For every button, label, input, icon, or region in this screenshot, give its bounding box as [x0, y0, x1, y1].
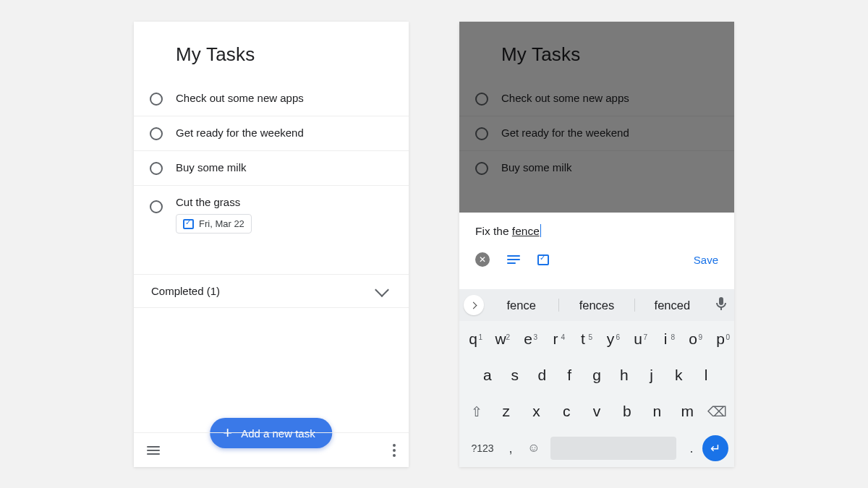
shift-key-icon[interactable]: ⇧ — [462, 403, 491, 420]
backspace-key-icon[interactable]: ⌫ — [702, 403, 731, 420]
key[interactable]: a — [474, 367, 501, 384]
input-text: Fix the — [475, 225, 512, 237]
tasks-screen-add: My Tasks Check out some new apps Get rea… — [459, 22, 734, 467]
key[interactable]: r4 — [542, 330, 569, 348]
task-radio-icon[interactable] — [150, 162, 163, 175]
completed-section-toggle[interactable]: Completed (1) — [134, 274, 409, 308]
key[interactable]: q1 — [459, 330, 487, 348]
task-label: Buy some milk — [176, 161, 247, 174]
calendar-icon[interactable] — [537, 254, 549, 265]
comma-key[interactable]: , — [500, 441, 522, 456]
task-row[interactable]: Buy some milk — [134, 150, 409, 185]
clear-icon[interactable]: ✕ — [475, 252, 490, 267]
calendar-icon — [183, 219, 194, 229]
key[interactable]: u7 — [624, 330, 652, 348]
chevron-down-icon — [375, 283, 389, 297]
microphone-icon[interactable] — [712, 297, 730, 314]
key[interactable]: v — [582, 403, 612, 420]
input-text-underlined: fence — [512, 225, 540, 237]
tasks-screen-list: My Tasks Check out some new apps Get rea… — [134, 22, 409, 467]
task-radio-icon[interactable] — [150, 200, 163, 213]
keyboard-row: a s d f g h j k l — [459, 357, 734, 393]
add-task-sheet: Fix the fence ✕ Save fence fences fenced… — [459, 213, 734, 467]
key[interactable]: i8 — [652, 330, 679, 348]
symbols-key[interactable]: ?123 — [465, 442, 500, 454]
key[interactable]: l — [692, 367, 720, 384]
list-title: My Tasks — [134, 22, 409, 82]
task-row[interactable]: Get ready for the weekend — [134, 116, 409, 150]
keyboard: fence fences fenced q1 w2 e3 r4 t5 y6 u7… — [459, 289, 734, 467]
key[interactable]: y6 — [597, 330, 624, 348]
keyboard-row: ?123 , ☺ . ↵ — [459, 429, 734, 467]
task-radio-icon[interactable] — [150, 93, 163, 106]
key[interactable]: j — [638, 367, 665, 384]
bottom-bar — [134, 432, 409, 467]
key[interactable]: s — [501, 367, 529, 384]
suggestion[interactable]: fence — [484, 299, 558, 312]
task-date: Fri, Mar 22 — [199, 218, 244, 229]
task-radio-icon[interactable] — [150, 127, 163, 140]
key[interactable]: e3 — [514, 330, 542, 348]
completed-label: Completed (1) — [151, 285, 220, 297]
text-caret-icon — [540, 224, 542, 237]
add-details-icon[interactable] — [507, 255, 520, 264]
key[interactable]: g — [583, 367, 610, 384]
scrim-overlay[interactable] — [459, 22, 734, 213]
space-key[interactable] — [550, 437, 676, 460]
key[interactable]: h — [610, 367, 638, 384]
key[interactable]: d — [529, 367, 556, 384]
key[interactable]: c — [551, 403, 582, 420]
task-row[interactable]: Cut the grass Fri, Mar 22 — [134, 185, 409, 244]
key[interactable]: o9 — [679, 330, 707, 348]
menu-icon[interactable] — [147, 446, 160, 455]
suggestion[interactable]: fenced — [635, 299, 710, 312]
period-key[interactable]: . — [681, 441, 702, 456]
task-label: Get ready for the weekend — [176, 127, 304, 139]
more-icon[interactable] — [393, 444, 396, 457]
key[interactable]: w2 — [487, 330, 514, 348]
task-row[interactable]: Check out some new apps — [134, 82, 409, 116]
key[interactable]: n — [642, 403, 673, 420]
key[interactable]: p0 — [707, 330, 734, 348]
save-button[interactable]: Save — [694, 254, 718, 266]
keyboard-row: q1 w2 e3 r4 t5 y6 u7 i8 o9 p0 — [459, 321, 734, 357]
keyboard-row: ⇧ z x c v b n m ⌫ — [459, 393, 734, 429]
task-label: Cut the grass — [176, 196, 252, 208]
task-date-chip[interactable]: Fri, Mar 22 — [176, 214, 252, 234]
suggestion-bar: fence fences fenced — [459, 289, 734, 321]
key[interactable]: t5 — [569, 330, 597, 348]
enter-key-icon[interactable]: ↵ — [702, 435, 728, 461]
key[interactable]: m — [672, 403, 702, 420]
chevron-right-icon[interactable] — [464, 295, 484, 315]
key[interactable]: k — [665, 367, 692, 384]
key[interactable]: f — [556, 367, 583, 384]
key[interactable]: x — [522, 403, 552, 420]
emoji-key-icon[interactable]: ☺ — [522, 441, 546, 455]
key[interactable]: z — [491, 403, 522, 420]
suggestion[interactable]: fences — [559, 299, 634, 312]
new-task-input[interactable]: Fix the fence — [459, 213, 734, 242]
task-label: Check out some new apps — [176, 92, 304, 104]
key[interactable]: b — [612, 403, 642, 420]
